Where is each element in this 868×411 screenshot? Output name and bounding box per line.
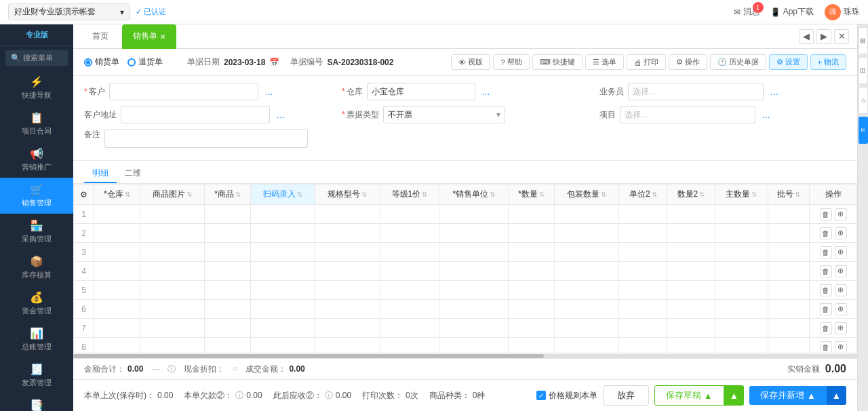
table-cell[interactable] [555, 243, 619, 262]
table-cell[interactable] [380, 338, 439, 353]
table-cell[interactable] [509, 281, 555, 300]
tab-home[interactable]: 首页 [81, 24, 119, 49]
tab-prev-button[interactable]: ◀ [799, 29, 814, 44]
note-textarea[interactable] [104, 129, 308, 148]
table-cell[interactable] [619, 224, 667, 243]
table-cell[interactable] [380, 281, 439, 300]
radio-return[interactable]: 退货单 [127, 56, 163, 68]
table-cell[interactable] [667, 224, 715, 243]
table-cell[interactable] [667, 319, 715, 338]
discount-help-icon[interactable]: ⓘ [167, 364, 176, 375]
table-cell[interactable] [439, 243, 509, 262]
save-draft-button[interactable]: 保存草稿 ▲ [654, 385, 724, 406]
table-cell[interactable] [250, 300, 315, 319]
table-cell[interactable] [715, 205, 768, 224]
table-cell[interactable] [315, 262, 380, 281]
staff-dots[interactable]: ... [770, 86, 778, 97]
print-button[interactable]: 🖨 打印 [627, 54, 666, 70]
sort-icon[interactable]: ⇅ [601, 191, 606, 198]
sort-icon[interactable]: ⇅ [361, 191, 367, 198]
table-cell[interactable] [380, 224, 439, 243]
table-cell[interactable] [380, 319, 439, 338]
table-cell[interactable] [205, 243, 251, 262]
table-cell[interactable] [439, 224, 509, 243]
right-panel-btn-3[interactable]: ☆ [859, 87, 868, 114]
sort-icon[interactable]: ⇅ [795, 191, 800, 198]
table-cell[interactable] [250, 224, 315, 243]
table-cell[interactable] [619, 281, 667, 300]
sidebar-item-invoices[interactable]: 🧾 发票管理 [0, 357, 73, 393]
table-cell[interactable] [555, 300, 619, 319]
table-cell[interactable] [94, 262, 140, 281]
table-cell[interactable] [205, 224, 251, 243]
table-cell[interactable] [205, 262, 251, 281]
table-cell[interactable] [140, 281, 204, 300]
table-cell[interactable] [619, 205, 667, 224]
sidebar-item-marketing[interactable]: 📢 营销推广 [0, 142, 73, 178]
delete-row-button[interactable]: 🗑 [820, 246, 832, 258]
tab-detail[interactable]: 明细 [84, 165, 117, 183]
table-cell[interactable] [205, 300, 251, 319]
sort-icon[interactable]: ⇅ [297, 191, 302, 198]
copy-row-button[interactable]: ⊕ [835, 322, 847, 334]
sort-icon[interactable]: ⇅ [422, 191, 427, 198]
tab-close-icon[interactable]: × [160, 31, 165, 42]
save-draft-arrow-button[interactable]: ▲ [724, 385, 744, 406]
table-cell[interactable] [250, 338, 315, 353]
copy-row-button[interactable]: ⊕ [835, 208, 847, 220]
delete-row-button[interactable]: 🗑 [820, 265, 832, 277]
select-order-button[interactable]: ☰ 选单 [585, 54, 624, 70]
sidebar-item-project[interactable]: 📋 项目合同 [0, 106, 73, 142]
table-cell[interactable] [768, 243, 810, 262]
table-cell[interactable] [250, 319, 315, 338]
save-new-arrow-button[interactable]: ▲ [827, 386, 846, 405]
table-cell[interactable] [140, 319, 204, 338]
staff-input[interactable]: 选择... [628, 83, 764, 100]
sidebar-item-funds[interactable]: 💰 资金管理 [0, 286, 73, 321]
table-cell[interactable] [715, 338, 768, 353]
table-cell[interactable] [439, 338, 509, 353]
sidebar-item-tax[interactable]: 📑 税务管理 [0, 393, 73, 411]
address-dots[interactable]: ... [277, 109, 285, 120]
table-cell[interactable] [439, 281, 509, 300]
table-cell[interactable] [715, 300, 768, 319]
table-cell[interactable] [315, 205, 380, 224]
table-cell[interactable] [509, 262, 555, 281]
delete-row-button[interactable]: 🗑 [820, 341, 832, 353]
table-cell[interactable] [509, 300, 555, 319]
table-cell[interactable] [140, 224, 204, 243]
table-cell[interactable] [380, 300, 439, 319]
price-rule-checkbox[interactable]: ✓ 价格规则本单 [536, 390, 597, 402]
table-cell[interactable] [509, 224, 555, 243]
table-cell[interactable] [315, 243, 380, 262]
save-new-button[interactable]: 保存并新增 ▲ [749, 386, 827, 405]
table-cell[interactable] [667, 338, 715, 353]
table-cell[interactable] [509, 319, 555, 338]
table-cell[interactable] [555, 224, 619, 243]
address-input[interactable] [121, 106, 270, 123]
history-button[interactable]: 🕐 历史单据 [710, 54, 766, 70]
user-profile[interactable]: 珠 珠珠 [825, 4, 860, 20]
sidebar-item-sales[interactable]: 🛒 销售管理 [0, 178, 73, 214]
setup-button[interactable]: ⚙ 设置 [769, 54, 808, 70]
table-cell[interactable] [768, 338, 810, 353]
table-cell[interactable] [94, 224, 140, 243]
warehouse-input[interactable]: 小宝仓库 [367, 83, 475, 100]
sort-icon[interactable]: ⇅ [186, 191, 192, 198]
table-cell[interactable] [619, 262, 667, 281]
company-selector[interactable]: 好业财专业版演示帐套 ▾ [8, 3, 130, 20]
table-cell[interactable] [94, 338, 140, 353]
copy-row-button[interactable]: ⊕ [835, 284, 847, 296]
tab-2d[interactable]: 二维 [117, 165, 149, 183]
table-cell[interactable] [94, 243, 140, 262]
table-cell[interactable] [667, 300, 715, 319]
delete-row-button[interactable]: 🗑 [820, 303, 832, 315]
table-cell[interactable] [555, 205, 619, 224]
table-cell[interactable] [205, 338, 251, 353]
right-panel-btn-2[interactable]: ⊟ [859, 57, 868, 84]
sort-icon[interactable]: ⇅ [539, 191, 545, 198]
receivable-help-icon[interactable]: ⓘ [325, 390, 333, 402]
table-cell[interactable] [315, 338, 380, 353]
table-cell[interactable] [140, 262, 204, 281]
table-cell[interactable] [509, 205, 555, 224]
